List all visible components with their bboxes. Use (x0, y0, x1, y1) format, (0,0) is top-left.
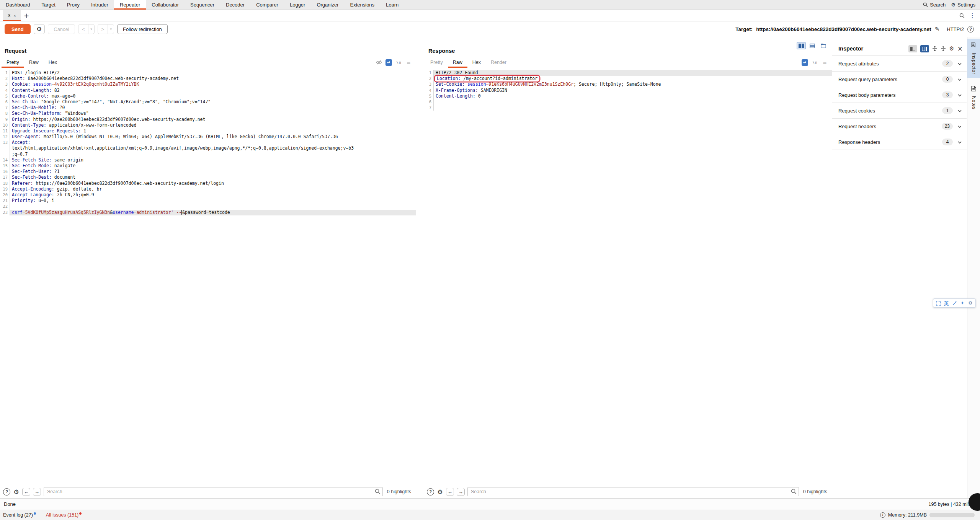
inspector-settings-gear-icon[interactable]: ⚙ (949, 45, 954, 52)
inspector-section-request-attributes[interactable]: Request attributes2 (832, 56, 967, 72)
translate-icon[interactable]: 英 (943, 300, 950, 306)
menu-item-dashboard[interactable]: Dashboard (0, 0, 36, 10)
line-number: 6 (424, 99, 434, 105)
response-tab-pretty[interactable]: Pretty (425, 57, 448, 68)
repeater-tab-label: 3 (8, 13, 10, 18)
sparkle-icon[interactable]: ✦ (959, 300, 966, 306)
location-highlight-box: Location: /my-account?id=administrator (435, 76, 539, 82)
response-panel: Response PrettyRawHexRender ↵ \n ☰ 1HTTP… (424, 37, 832, 498)
inspector-section-request-cookies[interactable]: Request cookies1 (832, 103, 967, 119)
line-number: 21 (0, 198, 10, 204)
count-badge: 1 (942, 107, 953, 114)
search-next-button[interactable]: → (33, 488, 41, 496)
collapse-all-icon[interactable] (941, 46, 946, 51)
line-number (0, 152, 10, 157)
menu-item-collaborator[interactable]: Collaborator (146, 0, 185, 10)
side-tab-notes[interactable]: Notes (967, 82, 980, 113)
inspector-section-request-headers[interactable]: Request headers23 (832, 119, 967, 134)
line-number: 22 (0, 204, 10, 209)
menu-item-intruder[interactable]: Intruder (85, 0, 114, 10)
menu-item-organizer[interactable]: Organizer (311, 0, 344, 10)
request-search-input[interactable] (44, 487, 383, 496)
selection-icon[interactable] (935, 300, 942, 306)
send-button[interactable]: Send (5, 24, 31, 34)
editor-menu-icon[interactable]: ☰ (822, 59, 828, 66)
response-search-input[interactable] (467, 487, 799, 496)
request-tab-raw[interactable]: Raw (24, 57, 44, 68)
send-settings-button[interactable]: ⚙ (34, 24, 45, 34)
line-number: 9 (0, 117, 10, 122)
expand-all-icon[interactable] (932, 46, 938, 51)
request-editor[interactable]: 1POST /login HTTP/22Host: 0ae200b6041eeb… (0, 68, 416, 485)
cancel-button[interactable]: Cancel (48, 24, 75, 34)
layout-columns-button[interactable] (797, 42, 806, 49)
follow-redirection-button[interactable]: Follow redirection (117, 24, 168, 34)
request-tab-hex[interactable]: Hex (44, 57, 62, 68)
chevron-down-icon (957, 76, 962, 83)
search-help-icon[interactable]: ? (427, 488, 434, 496)
menu-item-proxy[interactable]: Proxy (61, 0, 85, 10)
menu-item-target[interactable]: Target (36, 0, 61, 10)
menu-item-learn[interactable]: Learn (380, 0, 404, 10)
inspector-section-request-body-parameters[interactable]: Request body parameters3 (832, 87, 967, 103)
newline-toggle-icon[interactable]: \n (395, 59, 402, 66)
code-line: 15Sec-Fetch-Mode: navigate (0, 163, 416, 169)
layout-tabs-button[interactable] (819, 42, 828, 49)
response-tab-hex[interactable]: Hex (467, 57, 486, 68)
count-badge: 2 (942, 60, 953, 67)
inspector-dock-right-button[interactable] (920, 45, 929, 52)
help-icon[interactable]: ? (967, 26, 974, 33)
line-number: 14 (0, 157, 10, 163)
inspector-section-request-query-parameters[interactable]: Request query parameters0 (832, 72, 967, 87)
search-next-button[interactable]: → (457, 488, 465, 496)
search-prev-button[interactable]: ← (22, 488, 30, 496)
search-settings-gear-icon[interactable]: ⚙ (13, 489, 20, 495)
close-tab-icon[interactable]: × (13, 13, 16, 18)
menu-item-logger[interactable]: Logger (284, 0, 311, 10)
tab-search-icon[interactable] (959, 13, 965, 18)
repeater-tab-3[interactable]: 3× (3, 10, 21, 21)
prev-arrow: < (78, 24, 88, 34)
inspector-section-response-headers[interactable]: Response headers4 (832, 134, 967, 150)
menu-search-button[interactable]: Search (923, 2, 946, 8)
newline-toggle-icon[interactable]: \n (812, 59, 818, 66)
response-editor[interactable]: 1HTTP/2 302 Found2Location: /my-account?… (424, 68, 832, 485)
menu-item-repeater[interactable]: Repeater (114, 0, 146, 10)
code-line: 9Origin: https://0ae200b6041eebec822d3df… (0, 117, 416, 122)
editor-menu-icon[interactable]: ☰ (405, 59, 412, 66)
response-tab-render[interactable]: Render (486, 57, 511, 68)
search-help-icon[interactable]: ? (3, 488, 10, 496)
code-line: 1POST /login HTTP/2 (0, 70, 416, 76)
all-issues-link[interactable]: All issues (151) (46, 512, 82, 518)
search-prev-button[interactable]: ← (446, 488, 454, 496)
protocol-label[interactable]: HTTP/2 (947, 26, 964, 32)
menu-item-comparer[interactable]: Comparer (250, 0, 284, 10)
event-log-link[interactable]: Event log (27) (3, 512, 36, 518)
response-tab-raw[interactable]: Raw (448, 57, 467, 68)
menu-item-sequencer[interactable]: Sequencer (185, 0, 220, 10)
count-badge: 23 (942, 123, 953, 130)
chevron-down-icon (957, 139, 962, 145)
soft-wrap-icon[interactable]: ↵ (802, 59, 808, 66)
overlay-settings-gear-icon[interactable]: ⚙ (967, 300, 974, 306)
search-settings-gear-icon[interactable]: ⚙ (437, 489, 443, 495)
inspector-dock-left-button[interactable] (908, 45, 917, 52)
side-tab-inspector[interactable]: Inspector (967, 39, 980, 78)
pen-icon[interactable] (951, 300, 958, 306)
menu-settings-button[interactable]: ⚙ Settings (951, 2, 975, 8)
edit-target-pencil-icon[interactable]: ✎ (935, 26, 940, 33)
hide-nonprintable-eye-icon[interactable] (376, 59, 382, 66)
more-options-icon[interactable]: ⋮ (969, 12, 975, 19)
add-tab-button[interactable]: + (21, 10, 32, 21)
code-line: 8Sec-Ch-Ua-Platform: "Windows" (0, 111, 416, 116)
soft-wrap-icon[interactable]: ↵ (385, 59, 392, 66)
menu-item-extensions[interactable]: Extensions (345, 0, 381, 10)
inspector-close-icon[interactable]: × (957, 45, 963, 52)
prev-request-button[interactable]: < ▾ (78, 24, 95, 34)
line-number: 2 (0, 76, 10, 82)
menu-item-decoder[interactable]: Decoder (220, 0, 250, 10)
layout-rows-button[interactable] (808, 42, 817, 49)
line-number: 1 (0, 70, 10, 76)
next-request-button[interactable]: > ▾ (98, 24, 114, 34)
request-tab-pretty[interactable]: Pretty (2, 57, 24, 68)
